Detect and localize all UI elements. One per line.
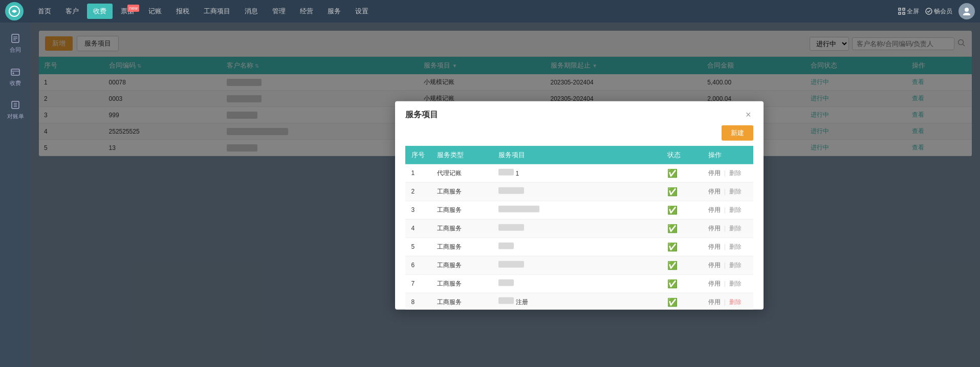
svg-point-13: [13, 73, 14, 74]
modal-th-type: 服务类型: [431, 145, 492, 164]
disable-button[interactable]: 停用: [708, 168, 721, 177]
svg-rect-1: [899, 8, 901, 10]
service-items-table: 序号 服务类型 服务项目 状态 操作 1 代理记账 1 ✅: [405, 145, 753, 309]
new-badge: new: [127, 5, 139, 12]
nav-fee[interactable]: 收费: [87, 4, 113, 19]
member-button[interactable]: 畅会员: [925, 7, 952, 16]
nav-manage[interactable]: 管理: [266, 4, 292, 19]
status-check-icon: ✅: [667, 168, 678, 177]
content-area: 新增 服务项目 进行中 已完成 已终止: [31, 23, 980, 367]
svg-point-6: [965, 8, 969, 12]
delete-button[interactable]: 删除: [729, 205, 742, 214]
disable-button[interactable]: 停用: [708, 242, 721, 251]
modal-th-item: 服务项目: [492, 145, 661, 164]
svg-rect-4: [903, 12, 905, 14]
contract-icon: [10, 33, 21, 44]
modal-row: 5 工商服务 ✅ 停用 | 删除: [405, 238, 753, 256]
new-service-button[interactable]: 新建: [722, 125, 753, 140]
sidebar-item-fee[interactable]: 收费: [1, 61, 30, 92]
disable-button[interactable]: 停用: [708, 261, 721, 269]
sidebar: 合同 收费 对账单: [0, 23, 31, 367]
status-check-icon: ✅: [667, 187, 678, 196]
disable-button[interactable]: 停用: [708, 205, 721, 214]
modal-row: 8 工商服务 注册 ✅ 停用 | 删除: [405, 293, 753, 310]
avatar[interactable]: [959, 3, 975, 19]
top-navigation: 首页 客户 收费 票据 new 记账 报税 工商项目 消息 管理 经营 服务 设…: [0, 0, 980, 23]
delete-button[interactable]: 删除: [729, 261, 742, 269]
nav-customer[interactable]: 客户: [59, 4, 85, 19]
nav-message[interactable]: 消息: [238, 4, 264, 19]
modal-th-ops: 操作: [702, 145, 753, 164]
status-check-icon: ✅: [667, 261, 678, 269]
status-check-icon: ✅: [667, 297, 678, 306]
nav-service[interactable]: 服务: [321, 4, 347, 19]
delete-button[interactable]: 删除: [729, 242, 742, 251]
modal-toolbar: 新建: [395, 120, 764, 145]
service-items-modal: 服务项目 × 新建 序号 服务类型 服务项目 状态 操作: [395, 101, 764, 309]
modal-th-status: 状态: [661, 145, 702, 164]
modal-title: 服务项目: [405, 109, 438, 120]
nav-home[interactable]: 首页: [32, 4, 57, 19]
modal-row: 3 工商服务 ✅ 停用 | 删除: [405, 201, 753, 219]
nav-tax[interactable]: 报税: [170, 4, 195, 19]
delete-button[interactable]: 删除: [729, 168, 742, 177]
status-check-icon: ✅: [667, 242, 678, 251]
nav-settings[interactable]: 设置: [349, 4, 375, 19]
modal-row: 4 工商服务 ✅ 停用 | 删除: [405, 219, 753, 238]
svg-rect-11: [11, 69, 19, 75]
sidebar-label-contract: 合同: [10, 46, 21, 54]
nav-invoice[interactable]: 票据 new: [115, 4, 140, 19]
sidebar-label-reconcile: 对账单: [7, 113, 24, 120]
delete-button[interactable]: 删除: [729, 224, 742, 232]
logo: [5, 2, 24, 20]
main-layout: 合同 收费 对账单 新增 服务项目 进行中: [0, 23, 980, 367]
disable-button[interactable]: 停用: [708, 187, 721, 196]
modal-row: 6 工商服务 ✅ 停用 | 删除: [405, 256, 753, 274]
sidebar-label-fee: 收费: [10, 79, 21, 87]
modal-row: 1 代理记账 1 ✅ 停用 | 删除: [405, 164, 753, 182]
sidebar-item-contract[interactable]: 合同: [1, 28, 30, 59]
disable-button[interactable]: 停用: [708, 224, 721, 232]
fee-icon: [10, 66, 21, 77]
svg-rect-3: [899, 12, 901, 14]
modal-close-button[interactable]: ×: [744, 109, 753, 120]
status-check-icon: ✅: [667, 205, 678, 214]
right-actions: 全屏 畅会员: [898, 3, 975, 19]
fullscreen-button[interactable]: 全屏: [898, 7, 919, 16]
status-check-icon: ✅: [667, 279, 678, 288]
modal-row: 7 工商服务 ✅ 停用 | 删除: [405, 274, 753, 293]
disable-button[interactable]: 停用: [708, 279, 721, 288]
nav-business[interactable]: 工商项目: [198, 4, 236, 19]
delete-button[interactable]: 删除: [729, 297, 742, 306]
nav-bookkeeping[interactable]: 记账: [142, 4, 168, 19]
modal-header: 服务项目 ×: [395, 101, 764, 120]
reconcile-icon: [10, 99, 21, 111]
delete-button[interactable]: 删除: [729, 279, 742, 288]
nav-items: 首页 客户 收费 票据 new 记账 报税 工商项目 消息 管理 经营 服务 设…: [32, 4, 898, 19]
nav-operation[interactable]: 经营: [294, 4, 319, 19]
svg-rect-2: [903, 8, 905, 10]
modal-th-seq: 序号: [405, 145, 431, 164]
modal-body: 序号 服务类型 服务项目 状态 操作 1 代理记账 1 ✅: [395, 145, 764, 309]
disable-button[interactable]: 停用: [708, 297, 721, 306]
status-check-icon: ✅: [667, 224, 678, 232]
sidebar-item-reconcile[interactable]: 对账单: [1, 94, 30, 125]
modal-row: 2 工商服务 ✅ 停用 | 删除: [405, 182, 753, 201]
delete-button[interactable]: 删除: [729, 187, 742, 196]
